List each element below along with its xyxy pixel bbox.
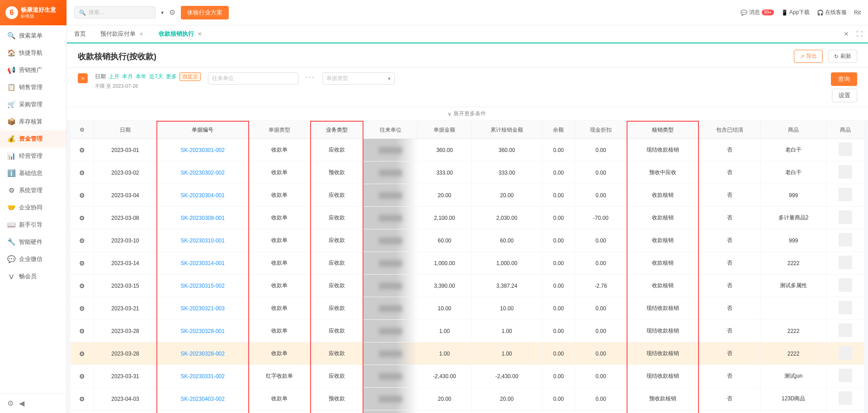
setting-button[interactable]: 设置: [832, 89, 857, 102]
query-button[interactable]: 查询: [831, 72, 857, 86]
this-month-link[interactable]: 本月: [122, 73, 133, 81]
cell-order_no[interactable]: SK-20230328-001: [157, 320, 249, 342]
cell-gear[interactable]: ⚙: [71, 388, 94, 410]
table-row[interactable]: ⚙2023-03-28SK-20230328-002收款单应收款██████1.…: [71, 342, 864, 365]
counterpart-input[interactable]: 往来单位: [208, 72, 298, 85]
tab-2[interactable]: 收款核销执行✕: [151, 25, 210, 43]
sidebar-item-4[interactable]: 🛒 采购管理: [0, 96, 66, 113]
more-date-link[interactable]: 更多: [166, 73, 177, 81]
topbar-dropdown[interactable]: ▾: [161, 9, 164, 16]
order-no-link[interactable]: SK-20230302-002: [181, 170, 225, 176]
close-window-icon[interactable]: ✕: [842, 28, 851, 39]
table-row[interactable]: ⚙2023-03-10SK-20230310-001收款单应收款██████60…: [71, 229, 864, 252]
cell-order_no[interactable]: SK-20230403-002: [157, 388, 249, 410]
table-row[interactable]: ⚙2023-04-03SK-20230403-002收款单预收款██████20…: [71, 388, 864, 410]
sidebar-item-7[interactable]: 📊 经营管理: [0, 147, 66, 165]
filter-expand-button[interactable]: »: [78, 73, 88, 83]
sidebar-item-3[interactable]: 📋 销售管理: [0, 79, 66, 96]
app-download-button[interactable]: 📱 App下载: [781, 9, 810, 16]
topbar-gear-icon[interactable]: ⚙: [169, 8, 175, 17]
cell-gear[interactable]: ⚙: [71, 139, 94, 161]
table-row[interactable]: ⚙2023-03-21SK-20230321-003收款单应收款██████10…: [71, 297, 864, 320]
sidebar-item-10[interactable]: 🤝 企业协同: [0, 199, 66, 216]
sidebar-item-9[interactable]: ⚙ 系统管理: [0, 182, 66, 199]
cell-gear[interactable]: ⚙: [71, 161, 94, 184]
table-row[interactable]: ⚙2023-03-31SK-20230331-002红字收款单应收款██████…: [71, 365, 864, 388]
message-button[interactable]: 💬 消息 99+: [741, 9, 774, 16]
sidebar-item-6[interactable]: 💰 资金管理: [0, 130, 66, 147]
sidebar-item-14[interactable]: V 畅会员: [0, 268, 66, 285]
blurred-text: ██████: [379, 237, 402, 244]
maximize-icon[interactable]: ⛶: [854, 28, 864, 39]
sidebar-item-12[interactable]: 🔧 智能硬件: [0, 233, 66, 251]
sidebar-icon-10: 🤝: [7, 204, 15, 212]
cell-order_no[interactable]: SK-20230308-001: [157, 207, 249, 229]
table-row[interactable]: ⚙2023-03-08SK-20230308-001收款单应收款██████2,…: [71, 207, 864, 229]
cell-gear[interactable]: ⚙: [71, 342, 94, 365]
table-row[interactable]: ⚙2023-03-01SK-20230301-002收款单应收款██████36…: [71, 139, 864, 161]
cell-order_no[interactable]: SK-20230331-002: [157, 365, 249, 388]
order-no-link[interactable]: SK-20230315-002: [181, 283, 225, 289]
table-row[interactable]: ⚙2023-03-02SK-20230302-002收款单预收款██████33…: [71, 161, 864, 184]
export-button[interactable]: ↗ 导出: [794, 50, 823, 63]
cell-gear[interactable]: ⚙: [71, 275, 94, 297]
cell-balance: 0.00: [542, 297, 575, 320]
settings-icon[interactable]: ⚙: [7, 399, 14, 408]
custom-date-button[interactable]: 自定义: [179, 72, 201, 81]
cell-gear[interactable]: ⚙: [71, 410, 94, 413]
cell-order_no[interactable]: SK-20230328-002: [157, 342, 249, 365]
cell-order_no[interactable]: SK-20230304-001: [157, 184, 249, 207]
cell-gear[interactable]: ⚙: [71, 229, 94, 252]
user-menu[interactable]: Rit: [854, 9, 861, 16]
order-no-link[interactable]: SK-20230310-001: [181, 237, 225, 244]
refresh-button[interactable]: ↻ 刷新: [828, 50, 857, 63]
tab-1[interactable]: 预付款应付单✕: [93, 25, 151, 43]
order-no-link[interactable]: SK-20230403-002: [181, 396, 225, 402]
online-service-button[interactable]: 🎧 在线客服: [817, 9, 847, 16]
sidebar-item-2[interactable]: 📢 营销推广: [0, 62, 66, 79]
order-no-link[interactable]: SK-20230331-002: [181, 373, 225, 380]
collapse-icon[interactable]: ◀: [19, 399, 24, 408]
sidebar-item-13[interactable]: 💬 企业微信: [0, 251, 66, 268]
order-no-link[interactable]: SK-20230308-001: [181, 215, 225, 221]
topbar-search-box[interactable]: 🔍 搜索...: [74, 6, 156, 19]
tab-close-2[interactable]: ✕: [197, 31, 203, 38]
order-no-link[interactable]: SK-20230301-002: [181, 147, 225, 153]
order-no-link[interactable]: SK-20230321-003: [181, 305, 225, 312]
cell-order_no[interactable]: SK-20230408-001: [157, 410, 249, 413]
table-row[interactable]: ⚙2023-04-08SK-20230408-001收款单应收款██████10…: [71, 410, 864, 413]
sidebar-item-8[interactable]: ℹ️ 基础信息: [0, 165, 66, 182]
cell-order_no[interactable]: SK-20230315-002: [157, 275, 249, 297]
cell-gear[interactable]: ⚙: [71, 184, 94, 207]
order-type-select[interactable]: 单据类型 ▾: [322, 72, 395, 85]
cell-gear[interactable]: ⚙: [71, 320, 94, 342]
this-year-link[interactable]: 本年: [136, 73, 146, 81]
sidebar-item-5[interactable]: 📦 库存核算: [0, 113, 66, 130]
sidebar-item-0[interactable]: 🔍 搜索菜单: [0, 27, 66, 44]
sidebar-item-11[interactable]: 📖 新手引导: [0, 216, 66, 233]
cell-gear[interactable]: ⚙: [71, 207, 94, 229]
table-row[interactable]: ⚙2023-03-15SK-20230315-002收款单应收款██████3,…: [71, 275, 864, 297]
expand-more-row[interactable]: ∨ 展开更多条件: [67, 107, 868, 121]
order-no-link[interactable]: SK-20230304-001: [181, 192, 225, 199]
order-no-link[interactable]: SK-20230328-002: [181, 351, 225, 357]
cell-order_no[interactable]: SK-20230302-002: [157, 161, 249, 184]
cell-gear[interactable]: ⚙: [71, 297, 94, 320]
cell-gear[interactable]: ⚙: [71, 365, 94, 388]
table-row[interactable]: ⚙2023-03-04SK-20230304-001收款单应收款██████20…: [71, 184, 864, 207]
last-month-link[interactable]: 上月: [108, 73, 119, 81]
cell-order_no[interactable]: SK-20230321-003: [157, 297, 249, 320]
sidebar-item-1[interactable]: 🏠 快捷导航: [0, 44, 66, 62]
table-row[interactable]: ⚙2023-03-14SK-20230314-001收款单应收款██████1,…: [71, 252, 864, 275]
cell-order_no[interactable]: SK-20230310-001: [157, 229, 249, 252]
last-7days-link[interactable]: 近7天: [149, 73, 163, 81]
tab-0[interactable]: 首页: [67, 25, 93, 43]
tab-close-1[interactable]: ✕: [138, 31, 144, 38]
cell-gear[interactable]: ⚙: [71, 252, 94, 275]
order-no-link[interactable]: SK-20230314-001: [181, 260, 225, 266]
cell-order_no[interactable]: SK-20230301-002: [157, 139, 249, 161]
cell-order_no[interactable]: SK-20230314-001: [157, 252, 249, 275]
table-row[interactable]: ⚙2023-03-28SK-20230328-001收款单应收款██████1.…: [71, 320, 864, 342]
order-no-link[interactable]: SK-20230328-001: [181, 328, 225, 334]
solution-button[interactable]: 体验行业方案: [181, 6, 229, 19]
